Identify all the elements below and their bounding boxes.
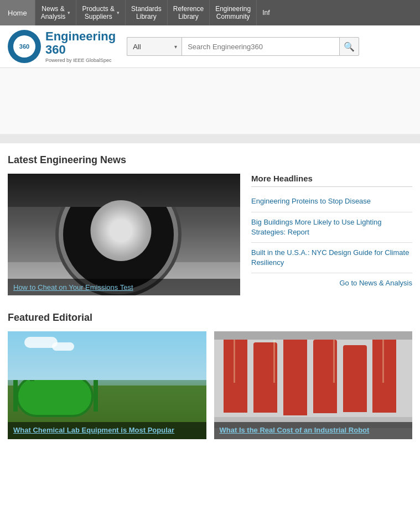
nav-arrow-products: ▾ xyxy=(117,10,120,15)
nav-arrow-news: ▾ xyxy=(68,10,70,15)
nav-item-products-suppliers[interactable]: Products & Suppliers ▾ xyxy=(76,0,125,25)
logo-title: Engineering360 xyxy=(45,30,116,56)
featured-row: What Chemical Lab Equipment is Most Popu… xyxy=(8,331,412,439)
light-beam-3 xyxy=(333,340,335,383)
robot-arm-6 xyxy=(372,337,396,413)
featured-caption-0[interactable]: What Chemical Lab Equipment is Most Popu… xyxy=(8,422,206,439)
search-button[interactable]: 🔍 xyxy=(339,37,359,56)
nav-item-inf[interactable]: Inf xyxy=(256,0,420,25)
main-content: Latest Engineering News How to Cheat on … xyxy=(0,143,420,450)
more-headlines-title: More Headlines xyxy=(251,174,412,187)
nav-label-reference-library: Reference Library xyxy=(173,5,204,20)
headline-item-0[interactable]: Engineering Proteins to Stop Disease xyxy=(251,191,412,212)
search-icon: 🔍 xyxy=(344,41,355,52)
search-select-wrap: All Products Standards Reference ▾ xyxy=(127,37,182,56)
news-main-image xyxy=(8,174,240,295)
go-to-news-link[interactable]: Go to News & Analysis xyxy=(251,279,412,287)
logo-inner: 360 xyxy=(13,35,35,58)
spacer-top xyxy=(0,134,420,143)
featured-card-1[interactable]: What Is the Real Cost of an Industrial R… xyxy=(214,331,413,439)
nav-label-engineering-community: Engineering Community xyxy=(215,5,251,20)
factory-ceiling xyxy=(214,331,413,340)
nav-label-standards-library: Standards Library xyxy=(131,5,162,20)
nav-bar: Home News & Analysis ▾ Products & Suppli… xyxy=(0,0,420,25)
search-area: All Products Standards Reference ▾ 🔍 xyxy=(127,37,359,56)
nav-item-engineering-community[interactable]: Engineering Community xyxy=(209,0,256,25)
nav-item-reference-library[interactable]: Reference Library xyxy=(167,0,209,25)
latest-news-title: Latest Engineering News xyxy=(8,154,412,166)
green-tank-main xyxy=(16,376,94,417)
nav-label-news-analysis: News & Analysis xyxy=(41,5,66,20)
light-beam-1 xyxy=(234,340,235,383)
logo-text-block: Engineering360 Powered by IEEE GlobalSpe… xyxy=(45,30,116,63)
nav-item-standards-library[interactable]: Standards Library xyxy=(125,0,167,25)
robot-arm-1 xyxy=(224,337,247,413)
main-news-link[interactable]: How to Cheat on Your Emissions Test xyxy=(13,283,133,291)
headlines-col: More Headlines Engineering Proteins to S… xyxy=(251,174,412,295)
logo-container[interactable]: 360 Engineering360 Powered by IEEE Globa… xyxy=(8,30,116,63)
robot-arm-5 xyxy=(343,345,367,412)
tire-hubcap xyxy=(91,200,152,261)
nav-home[interactable]: Home xyxy=(0,0,35,25)
main-news-image-wrap: How to Cheat on Your Emissions Test xyxy=(8,174,240,295)
site-header: 360 Engineering360 Powered by IEEE Globa… xyxy=(0,25,420,68)
featured-caption-1[interactable]: What Is the Real Cost of an Industrial R… xyxy=(214,422,413,439)
nav-label-products-suppliers: Products & Suppliers xyxy=(82,5,115,20)
news-row: How to Cheat on Your Emissions Test More… xyxy=(8,174,412,295)
nav-label-inf: Inf xyxy=(262,9,269,17)
light-beam-4 xyxy=(382,340,384,383)
main-news-caption: How to Cheat on Your Emissions Test xyxy=(8,279,240,295)
nav-item-news-analysis[interactable]: News & Analysis ▾ xyxy=(35,0,76,25)
search-input[interactable] xyxy=(182,37,339,56)
headline-item-2[interactable]: Built in the U.S.A.: NYC Design Guide fo… xyxy=(251,243,412,273)
cloud-2 xyxy=(52,342,74,351)
light-beam-2 xyxy=(273,340,275,383)
featured-editorial-title: Featured Editorial xyxy=(8,312,412,324)
featured-card-0[interactable]: What Chemical Lab Equipment is Most Popu… xyxy=(8,331,206,439)
ad-banner xyxy=(0,68,420,134)
pipe-2 xyxy=(94,378,98,412)
headline-item-1[interactable]: Big Buildings More Likely to Use Lightin… xyxy=(251,212,412,243)
logo-circle: 360 xyxy=(8,30,41,63)
robot-arm-3 xyxy=(283,334,307,415)
logo-inner-text: 360 xyxy=(19,43,29,50)
logo-subtitle: Powered by IEEE GlobalSpec xyxy=(45,58,116,63)
search-category-select[interactable]: All Products Standards Reference xyxy=(127,37,182,56)
